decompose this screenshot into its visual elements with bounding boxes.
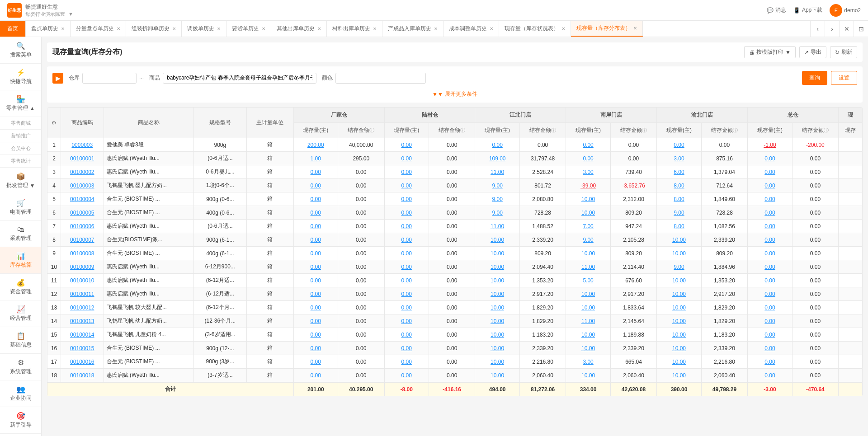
export-btn[interactable]: ↗ 导出 xyxy=(799,46,826,58)
sidebar-item-quicknav[interactable]: ⚡ 快捷导航 xyxy=(0,64,41,90)
row-y-qty: 10.00 xyxy=(657,233,701,247)
tab-liaochuku[interactable]: 材料出库单历史 ✕ xyxy=(327,21,382,37)
sidebar-item-system[interactable]: ⚙ 系统管理 xyxy=(0,354,41,380)
sidebar-item-inventory[interactable]: 📊 库存核算 xyxy=(0,247,41,274)
row-code: 00100003 xyxy=(61,179,104,192)
row-c-qty xyxy=(839,233,863,247)
color-input[interactable] xyxy=(335,73,426,84)
print-btn[interactable]: 🖨 按模版打印 ▼ xyxy=(744,46,796,58)
tab-nav-btns: ‹ › ✕ ⊡ xyxy=(810,21,868,37)
table-row: 12 00100011 惠氏启赋 (Wyeth illu... (6-12月适.… xyxy=(47,287,863,301)
footer-l-qty: -8.00 xyxy=(384,382,429,396)
row-n-qty: 9.00 xyxy=(566,233,610,247)
close-icon[interactable]: ✕ xyxy=(61,26,65,31)
sidebar-item-basic[interactable]: 📋 基础信息 xyxy=(0,327,41,354)
more-conditions-btn[interactable]: ▼▼ 展开更多条件 xyxy=(52,90,857,98)
sidebar-item-marketing[interactable]: 营销推广 xyxy=(0,130,41,142)
table-row: 18 00100018 惠氏启赋 (Wyeth illu... (3-7岁适..… xyxy=(47,369,863,383)
search-btn[interactable]: 查询 xyxy=(802,71,827,85)
export-icon: ↗ xyxy=(804,49,809,56)
refresh-icon: ↻ xyxy=(835,49,840,56)
sidebar-item-ecommerce[interactable]: 🛒 电商管理 xyxy=(0,194,41,221)
sidebar-item-guide[interactable]: 🎯 新手引导 xyxy=(0,407,41,434)
row-n-amt: 739.40 xyxy=(610,165,657,179)
row-n-amt: 947.24 xyxy=(610,220,657,233)
tab-xiancunliang-kuang[interactable]: 现存量（库存状况表） ✕ xyxy=(499,21,571,37)
row-l-qty: 0.00 xyxy=(384,192,429,206)
row-unit: 箱 xyxy=(246,342,293,355)
tab-chanruku[interactable]: 产成品入库单历史 ✕ xyxy=(382,21,443,37)
goods-input[interactable] xyxy=(163,73,316,84)
tab-chengbentiaoz[interactable]: 成本调整单历史 ✕ xyxy=(443,21,499,37)
tab-pandian[interactable]: 盘点单历史 ✕ xyxy=(26,21,71,37)
sidebar-item-appcenter[interactable]: 🔲 应用中心 xyxy=(0,434,41,436)
tab-close-btn[interactable]: ✕ xyxy=(839,21,854,37)
settings-icon[interactable]: ⚙ xyxy=(52,120,57,126)
tab-prev-btn[interactable]: ‹ xyxy=(810,21,825,37)
row-no: 4 xyxy=(47,179,61,192)
tab-home[interactable]: 首页 xyxy=(0,21,26,37)
user-menu[interactable]: E demo2 xyxy=(830,4,861,17)
row-j-amt: 2,094.40 xyxy=(519,260,566,274)
close-icon[interactable]: ✕ xyxy=(633,26,637,31)
setting-btn[interactable]: 设置 xyxy=(831,71,857,85)
warehouse-label: 仓库 xyxy=(69,74,80,82)
sidebar-item-search[interactable]: 🔍 搜索英单 xyxy=(0,37,41,64)
row-code: 00100011 xyxy=(61,287,104,301)
refresh-btn[interactable]: ↻ 刷新 xyxy=(830,46,857,58)
expand-btn[interactable]: ▶ xyxy=(52,73,63,84)
row-spec: (6-12月适... xyxy=(194,274,246,287)
tab-yaohuo[interactable]: 要货单历史 ✕ xyxy=(226,21,271,37)
close-icon[interactable]: ✕ xyxy=(217,26,221,31)
sidebar-item-member[interactable]: 会员中心 xyxy=(0,142,41,155)
tab-more-btn[interactable]: ⊡ xyxy=(854,21,868,37)
row-l-qty: 0.00 xyxy=(384,342,429,355)
sidebar-item-retail[interactable]: 🏪 零售管理 ▲ xyxy=(0,90,41,117)
sidebar-item-retail-stats[interactable]: 零售统计 xyxy=(0,155,41,168)
sidebar-item-operation[interactable]: 📈 经营管理 xyxy=(0,300,41,327)
page-actions: 🖨 按模版打印 ▼ ↗ 导出 ↻ 刷新 xyxy=(744,46,857,58)
sidebar-item-finance[interactable]: 💰 资金管理 xyxy=(0,274,41,300)
app-download-btn[interactable]: 📱 App下载 xyxy=(793,6,822,14)
tab-diaoboi[interactable]: 调拨单历史 ✕ xyxy=(182,21,226,37)
row-unit: 箱 xyxy=(246,247,293,260)
row-j-qty: 10.00 xyxy=(475,247,519,260)
close-icon[interactable]: ✕ xyxy=(561,26,565,31)
row-n-qty: 5.00 xyxy=(566,274,610,287)
sidebar-item-collab[interactable]: 👥 企业协同 xyxy=(0,380,41,407)
warehouse-more-icon[interactable]: ··· xyxy=(139,75,144,81)
tab-next-btn[interactable]: › xyxy=(825,21,839,37)
close-icon[interactable]: ✕ xyxy=(262,26,265,31)
row-j-amt: 2,216.80 xyxy=(519,355,566,369)
row-f-qty: 0.00 xyxy=(293,328,338,342)
sidebar-item-wholesale[interactable]: 📦 批发管理 ▼ xyxy=(0,168,41,194)
row-j-amt: 728.28 xyxy=(519,206,566,220)
tab-zuzhejie[interactable]: 组装拆卸单历史 ✕ xyxy=(126,21,182,37)
close-icon[interactable]: ✕ xyxy=(490,26,493,31)
row-y-qty: 8.00 xyxy=(657,220,701,233)
row-c-qty xyxy=(839,342,863,355)
tab-qitachuku[interactable]: 其他出库单历史 ✕ xyxy=(271,21,327,37)
dropdown-icon[interactable]: ▼ xyxy=(68,11,73,17)
warehouse-input[interactable] xyxy=(82,73,137,84)
th-settings[interactable]: ⚙ xyxy=(47,108,61,138)
close-icon[interactable]: ✕ xyxy=(373,26,377,31)
close-icon[interactable]: ✕ xyxy=(172,26,176,31)
row-l-amt: 0.00 xyxy=(429,301,475,314)
tab-xiancunliang-fenbu[interactable]: 现存量（库存分布表） ✕ xyxy=(571,21,643,37)
close-icon[interactable]: ✕ xyxy=(117,26,120,31)
row-code: 00100008 xyxy=(61,247,104,260)
close-icon[interactable]: ✕ xyxy=(317,26,321,31)
row-f-qty: 1.00 xyxy=(293,152,338,165)
close-icon[interactable]: ✕ xyxy=(434,26,438,31)
row-n-amt: 1,189.88 xyxy=(610,328,657,342)
row-spec: (0-6月适... xyxy=(194,220,246,233)
tab-fenpandian[interactable]: 分量盘点单历史 ✕ xyxy=(71,21,126,37)
message-btn[interactable]: 💬 消息 xyxy=(767,6,786,14)
sidebar-item-mall[interactable]: 零售商城 xyxy=(0,117,41,130)
logo-area: 好生意 畅捷通好生意 母婴行业演示陈套 ▼ xyxy=(7,3,73,18)
table-row: 6 00100005 合生元 (BIOSTIME) ... 400g (0-6.… xyxy=(47,206,863,220)
sidebar-item-purchase[interactable]: 🛍 采购管理 xyxy=(0,221,41,247)
row-j-qty: 11.00 xyxy=(475,220,519,233)
row-c-qty xyxy=(839,314,863,328)
